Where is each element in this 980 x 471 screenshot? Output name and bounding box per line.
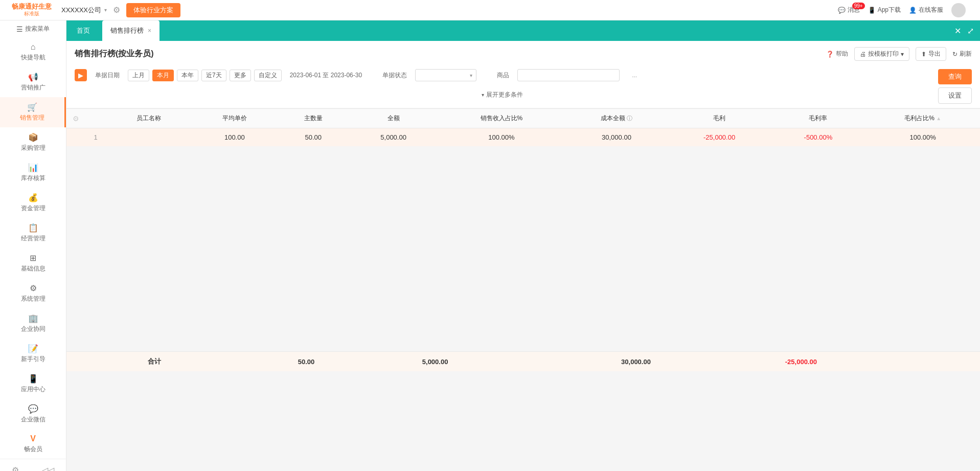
goods-input[interactable] <box>517 69 620 81</box>
sidebar-label-enterprise: 企业协同 <box>21 325 45 333</box>
date-btn-this-month[interactable]: 本月 <box>152 70 174 81</box>
settings-icon[interactable]: ⚙ <box>113 5 120 15</box>
sidebar-item-wechat[interactable]: 💬 企业微信 <box>0 399 66 429</box>
help-icon: ❓ <box>826 51 834 58</box>
filter-ellipsis[interactable]: ... <box>632 72 637 79</box>
tab-home[interactable]: 首页 <box>66 20 100 41</box>
tab-home-label: 首页 <box>77 26 90 35</box>
sidebar-item-inventory[interactable]: 📊 库存核算 <box>0 158 66 188</box>
sidebar-item-marketing[interactable]: 📢 营销推广 <box>0 67 66 97</box>
sidebar-collapse-icon[interactable]: ◁◁ <box>42 465 54 471</box>
sidebar-label-system: 系统管理 <box>21 295 45 303</box>
filter-actions: 查询 设置 <box>938 69 972 104</box>
cell-quantity: 50.00 <box>278 128 349 147</box>
date-btn-more[interactable]: 更多 <box>230 70 251 81</box>
gross-pct-sort-icon[interactable]: ▲ <box>936 116 941 121</box>
sidebar-label-guide: 新手引导 <box>21 355 45 364</box>
message-btn[interactable]: 💬 消息 99+ <box>838 6 860 14</box>
status-select[interactable] <box>415 69 476 81</box>
date-btn-custom[interactable]: 自定义 <box>254 70 282 81</box>
page-header-actions: ❓ 帮助 🖨 按模板打印 ▾ ⬆ 导出 <box>826 47 972 61</box>
col-cost: 成本全额 ⓘ <box>565 109 668 128</box>
col-settings-icon[interactable]: ⚙ <box>73 115 79 123</box>
page-title: 销售排行榜(按业务员) <box>75 49 154 59</box>
sidebar-label-sales: 销售管理 <box>20 114 44 122</box>
tab-close-icon[interactable]: × <box>148 27 151 34</box>
cell-gross: -25,000.00 <box>668 128 771 147</box>
cell-settings <box>66 128 85 147</box>
trial-button[interactable]: 体验行业方案 <box>126 3 180 17</box>
member-icon: V <box>30 434 36 443</box>
app-logo: 畅康通好生意 标准版 <box>6 3 57 18</box>
goods-filter-label: 商品 <box>497 71 509 80</box>
footer-cell-gross-pct <box>933 352 980 372</box>
filter-area: ▶ 单据日期 上月 本月 本年 近7天 更多 自定义 <box>66 65 980 108</box>
app-download-btn[interactable]: 📱 App下载 <box>868 6 901 14</box>
refresh-icon: ↻ <box>952 51 958 58</box>
refresh-button[interactable]: ↻ 刷新 <box>952 50 972 58</box>
sidebar-item-shortcut[interactable]: ⌂ 快捷导航 <box>0 37 66 67</box>
sidebar-item-sales[interactable]: 🛒 销售管理 <box>0 97 66 127</box>
status-filter-label: 单据状态 <box>382 71 407 80</box>
date-buttons: 上月 本月 本年 近7天 更多 自定义 <box>128 70 282 81</box>
sidebar-item-system[interactable]: ⚙ 系统管理 <box>0 278 66 308</box>
cost-info-icon[interactable]: ⓘ <box>627 115 632 121</box>
export-button[interactable]: ⬆ 导出 <box>916 47 946 61</box>
sidebar-label-wechat: 企业微信 <box>21 415 45 424</box>
online-service-btn[interactable]: 👤 在线客服 <box>909 6 943 14</box>
sidebar-label-apps: 应用中心 <box>21 385 45 394</box>
print-button[interactable]: 🖨 按模板打印 ▾ <box>854 47 909 61</box>
sidebar-item-operation[interactable]: 📋 经营管理 <box>0 218 66 248</box>
table-container: ⚙ 员工名称 平均单价 主数量 全额 销售收入占比% 成本全额 ⓘ 毛利 <box>66 108 980 147</box>
print-icon: 🖨 <box>860 51 866 58</box>
sidebar-item-member[interactable]: V 畅会员 <box>0 429 66 459</box>
sidebar-item-basic[interactable]: ⊞ 基础信息 <box>0 248 66 278</box>
guide-icon: 📝 <box>28 344 38 353</box>
col-settings: ⚙ <box>66 109 85 128</box>
sidebar-label-basic: 基础信息 <box>21 264 45 273</box>
table-header-row: ⚙ 员工名称 平均单价 主数量 全额 销售收入占比% 成本全额 ⓘ 毛利 <box>66 109 980 128</box>
sidebar-item-guide[interactable]: 📝 新手引导 <box>0 339 66 369</box>
help-label: 帮助 <box>836 50 848 58</box>
print-arrow-icon: ▾ <box>901 51 904 58</box>
sidebar-item-apps[interactable]: 📱 应用中心 <box>0 369 66 399</box>
app-icon: 📱 <box>868 7 876 14</box>
date-btn-7days[interactable]: 近7天 <box>201 70 226 81</box>
date-btn-last-month[interactable]: 上月 <box>128 70 149 81</box>
tab-maximize-icon[interactable]: ⤢ <box>967 26 974 36</box>
export-icon: ⬆ <box>921 51 926 58</box>
sidebar-item-enterprise[interactable]: 🏢 企业协同 <box>0 308 66 339</box>
operation-icon: 📋 <box>28 223 38 233</box>
export-label: 导出 <box>928 50 941 58</box>
enterprise-icon: 🏢 <box>28 313 38 323</box>
sidebar-item-search[interactable]: ☰ 搜索菜单 <box>0 20 66 37</box>
query-button[interactable]: 查询 <box>938 69 972 84</box>
col-quantity: 主数量 <box>278 109 349 128</box>
help-button[interactable]: ❓ 帮助 <box>826 50 848 58</box>
sidebar-gear-icon[interactable]: ⚙ <box>12 465 19 471</box>
date-btn-this-year[interactable]: 本年 <box>177 70 198 81</box>
filter-expand-icon[interactable]: ▶ <box>75 69 87 81</box>
tab-close-window-icon[interactable]: ✕ <box>954 26 961 36</box>
tab-sales-ranking[interactable]: 销售排行榜 × <box>102 20 159 41</box>
expand-more-label: 展开更多条件 <box>486 91 523 99</box>
system-icon: ⚙ <box>30 283 37 293</box>
sales-icon: 🛒 <box>27 102 37 112</box>
avatar[interactable] <box>951 3 966 17</box>
print-label: 按模板打印 <box>868 50 899 58</box>
settings-button[interactable]: 设置 <box>938 87 972 104</box>
date-range-display: 2023-06-01 至 2023-06-30 <box>290 71 362 80</box>
expand-more-btn[interactable]: ▾ 展开更多条件 <box>472 91 533 99</box>
footer-cell-cost: 30,000.00 <box>556 352 717 372</box>
footer-cell-quantity: 50.00 <box>250 352 361 372</box>
sidebar-label-shortcut: 快捷导航 <box>21 53 45 62</box>
status-select-wrap: ▾ <box>415 69 476 81</box>
sidebar-item-finance[interactable]: 💰 资金管理 <box>0 188 66 218</box>
cell-sales-pct: 100.00% <box>438 128 565 147</box>
col-sales-pct: 销售收入占比% <box>438 109 565 128</box>
inventory-icon: 📊 <box>28 163 38 172</box>
company-selector[interactable]: XXXXXX公司 ▾ <box>61 6 107 15</box>
finance-icon: 💰 <box>28 193 38 203</box>
sidebar-item-purchase[interactable]: 📦 采购管理 <box>0 127 66 158</box>
col-gross-pct: 毛利占比% ▲ <box>865 109 980 128</box>
